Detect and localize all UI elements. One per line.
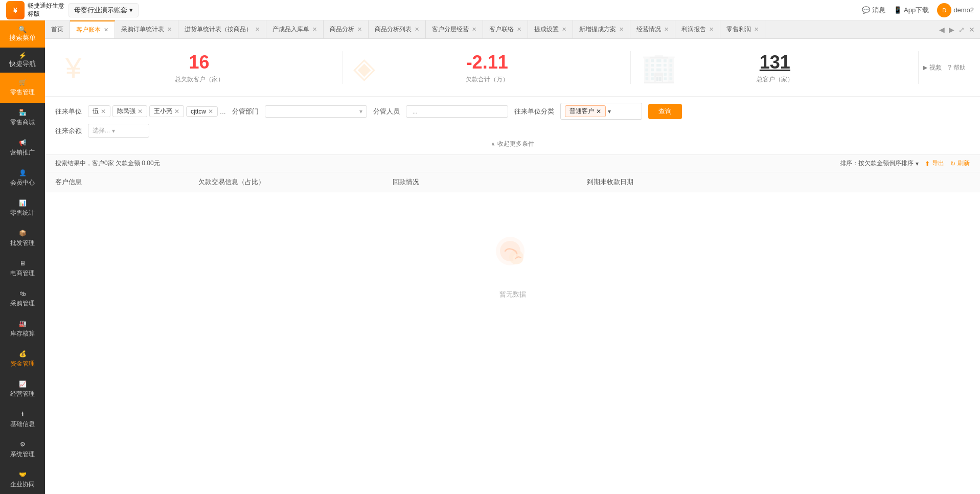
tab-close-product-analysis[interactable]: ✕ [357,26,362,33]
basic-info-icon: ℹ [21,411,24,418]
query-button[interactable]: 查询 [648,104,682,119]
sidebar-item-retail-stats[interactable]: 📊 零售统计 [0,193,45,223]
chevron-down-icon: ▾ [129,6,133,14]
tab-product-analysis[interactable]: 商品分析 ✕ [324,20,369,39]
remove-tag-wang[interactable]: ✕ [174,108,179,115]
tab-profit-report[interactable]: 利润报告 ✕ [675,20,720,39]
filter-dept-select[interactable]: ▾ [265,105,367,118]
video-button[interactable]: ▶ 视频 [923,63,942,72]
avatar: D [937,3,951,17]
filter-unit-tags: 伍 ✕ 陈民强 ✕ 王小亮 ✕ cjttcw ✕ [88,105,226,117]
filter-tag-wu: 伍 ✕ [88,105,110,117]
tab-close-raise-settings[interactable]: ✕ [562,26,566,33]
user-menu[interactable]: D demo2 [937,3,974,17]
tab-close-all-button[interactable]: ✕ [968,25,976,35]
tab-close-customer-layer[interactable]: ✕ [472,26,476,33]
filter-category-select[interactable]: 普通客户 ✕ ▾ [560,103,642,120]
sidebar-item-marketing[interactable]: 📢 营销推广 [0,133,45,163]
tab-close-profit-report[interactable]: ✕ [709,26,714,33]
filter-person-dots[interactable]: ... [413,108,418,115]
sidebar-item-retail-mall[interactable]: 🏪 零售商城 [0,103,45,133]
sidebar-quick-nav[interactable]: ⚡ 快捷导航 [0,48,45,73]
tab-close-customer-contact[interactable]: ✕ [517,26,521,33]
stats-row: ¥ 16 总欠款客户（家） ◈ -2.11 欠款合计（万） 🏢 131 总客户（… [45,39,980,97]
tab-close-operation-status[interactable]: ✕ [664,26,669,33]
stat-customers-label: 总客户（家） [757,75,793,84]
sidebar-item-system[interactable]: ⚙ 系统管理 [0,435,45,465]
tab-customer-contact[interactable]: 客户联络 ✕ [483,20,528,39]
stats-icon: 📊 [19,199,27,207]
filter-row-2: 往来余额 选择... ▾ [55,124,970,138]
tab-home[interactable]: 首页 [45,20,70,39]
tab-customer-capital[interactable]: 客户账本 ✕ [70,20,115,39]
filter-unit-label: 往来单位 [55,107,82,116]
tab-stock-stats[interactable]: 进货单统计表（按商品） ✕ [178,20,266,39]
tab-purchase-order[interactable]: 采购订单统计表 ✕ [115,20,178,39]
tab-close-retail-profit[interactable]: ✕ [754,26,759,33]
tab-expand-button[interactable]: ⤢ [958,25,966,35]
collapse-button[interactable]: ∧ 收起更多条件 [55,140,970,148]
filter-balance-select[interactable]: 选择... ▾ [88,124,149,138]
stat-arrears: ◈ -2.11 欠款合计（万） [343,47,631,88]
tab-close-customer-capital[interactable]: ✕ [104,27,108,33]
quick-nav-icon: ⚡ [18,52,27,59]
empty-state: 暂无数据 [45,192,980,340]
tab-operation-status[interactable]: 经营情况 ✕ [630,20,675,39]
remove-tag-chen[interactable]: ✕ [138,108,143,115]
tab-close-product-analysis-list[interactable]: ✕ [415,26,419,33]
sidebar-search[interactable]: 🔍 搜索菜单 [0,20,45,48]
retail-mall-icon: 🏪 [19,109,27,116]
tab-add-raise-plan[interactable]: 新增提成方案 ✕ [573,20,630,39]
remove-tag-cjttcw[interactable]: ✕ [208,108,213,115]
tab-close-stock-stats[interactable]: ✕ [255,26,260,33]
filter-more-tags[interactable]: ... [220,107,226,116]
chevron-down-icon-sort: ▾ [916,160,919,167]
top-bar-right: 💬 消息 📱 App下载 D demo2 [862,3,974,17]
sidebar-item-retail-mgmt[interactable]: 🛒 零售管理 [0,73,45,103]
stat-arrears-number: -2.11 [466,51,508,73]
stat-arrears-label: 欠款合计（万） [466,75,509,84]
tab-close-product-stock-in[interactable]: ✕ [312,26,317,33]
stat-debit-number: 16 [189,51,210,73]
marketing-icon: 📢 [19,139,27,146]
top-bar: ¥ 畅捷通好生意 标版 母婴行业演示账套 ▾ 💬 消息 📱 App下载 D de… [0,0,980,20]
sidebar-item-purchase[interactable]: 🛍 采购管理 [0,284,45,314]
chevron-up-icon: ∧ [491,141,495,148]
retail-mgmt-icon: 🛒 [19,79,27,86]
sidebar-item-enterprise-coop[interactable]: 🤝 企业协同 [0,465,45,494]
remove-tag-wu[interactable]: ✕ [101,108,106,115]
search-icon: 🔍 [18,26,27,33]
tab-close-add-raise-plan[interactable]: ✕ [619,26,624,33]
download-icon: 📱 [894,6,902,14]
sidebar-item-operation[interactable]: 📈 经营管理 [0,374,45,405]
table-col-repay: 回款情况 [393,177,587,187]
sidebar-item-ecommerce[interactable]: 🖥 电商管理 [0,254,45,284]
remove-tag-category[interactable]: ✕ [596,108,601,115]
app-download-button[interactable]: 📱 App下载 [894,6,929,15]
sidebar-item-wholesale[interactable]: 📦 批发管理 [0,223,45,254]
sidebar-item-member-center[interactable]: 👤 会员中心 [0,163,45,193]
sidebar-item-inventory[interactable]: 🏭 库存核算 [0,314,45,344]
sort-select[interactable]: 排序：按欠款金额倒序排序 ▾ [840,159,919,168]
tab-close-purchase-order[interactable]: ✕ [167,26,172,33]
main-layout: 🔍 搜索菜单 ⚡ 快捷导航 🛒 零售管理 🏪 零售商城 📢 营销推广 👤 会员中… [0,20,980,494]
tab-retail-profit[interactable]: 零售利润 ✕ [720,20,765,39]
filter-dept-label: 分管部门 [232,107,259,116]
stat-total-customers: 🏢 131 总客户（家） [631,47,919,88]
message-button[interactable]: 💬 消息 [862,6,885,15]
sidebar-item-basic-info[interactable]: ℹ 基础信息 [0,405,45,435]
store-selector[interactable]: 母婴行业演示账套 ▾ [69,3,139,17]
tab-product-stock-in[interactable]: 产成品入库单 ✕ [266,20,324,39]
tab-next-button[interactable]: ▶ [948,25,955,35]
tab-raise-settings[interactable]: 提成设置 ✕ [528,20,573,39]
tab-prev-button[interactable]: ◀ [938,25,946,35]
tab-bar: 首页 客户账本 ✕ 采购订单统计表 ✕ 进货单统计表（按商品） ✕ 产成品入库单… [45,20,980,39]
help-button[interactable]: ? 帮助 [948,63,966,72]
sidebar-item-capital[interactable]: 💰 资金管理 [0,344,45,374]
tab-customer-layer[interactable]: 客户分层经营 ✕ [426,20,483,39]
chevron-down-icon-balance: ▾ [112,127,115,134]
filter-person-select[interactable]: ... [406,105,508,118]
tab-product-analysis-list[interactable]: 商品分析列表 ✕ [369,20,426,39]
refresh-button[interactable]: ↻ 刷新 [950,159,970,168]
export-button[interactable]: ⬆ 导出 [925,159,944,168]
